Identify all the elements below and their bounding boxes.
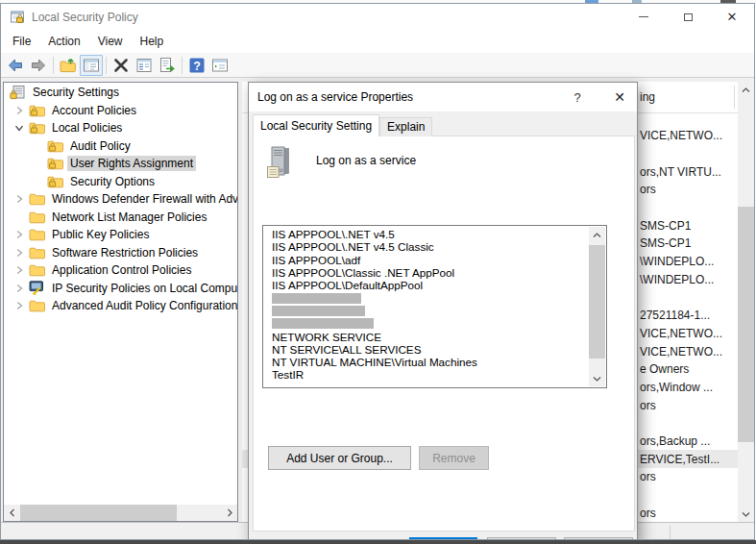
chevron-right-icon[interactable] — [10, 301, 29, 310]
tree-item-security-settings[interactable]: Security Settings — [4, 84, 237, 102]
folder-lock-icon — [29, 103, 45, 117]
tree: Security SettingsAccount PoliciesLocal P… — [4, 84, 237, 315]
scroll-down-icon[interactable] — [589, 370, 605, 386]
security-setting-fragment: ors,NT VIRTU... — [640, 165, 721, 179]
redacted-bar — [272, 293, 361, 304]
member-row-redacted[interactable] — [264, 317, 589, 330]
window-titlebar[interactable]: Local Security Policy ✕ — [1, 4, 754, 30]
tab-explain[interactable]: Explain — [379, 117, 432, 136]
tree-item-label: User Rights Assignment — [67, 156, 196, 171]
security-setting-fragment: ors — [640, 470, 656, 483]
tree-item-network-list-manager-policies[interactable]: Network List Manager Policies — [4, 209, 237, 227]
artifact-speck — [720, 0, 736, 3]
properties-icon[interactable] — [133, 55, 156, 76]
dialog-help-button[interactable]: ? — [561, 83, 594, 111]
menu-help[interactable]: Help — [132, 32, 173, 51]
chevron-right-icon[interactable] — [10, 230, 29, 239]
security-setting-fragment: VICE,NETWO... — [640, 327, 722, 340]
scrollbar-thumb[interactable] — [589, 245, 605, 359]
tree-item-advanced-audit-policy-configuration[interactable]: Advanced Audit Policy Configuration — [4, 297, 237, 315]
tree-item-windows-defender-firewall-with-adva[interactable]: Windows Defender Firewall with Adva — [4, 190, 237, 209]
tree-item-label: Audit Policy — [67, 138, 134, 154]
close-button[interactable]: ✕ — [710, 4, 754, 30]
tree-item-software-restriction-policies[interactable]: Software Restriction Policies — [4, 244, 237, 262]
new-window-icon[interactable] — [208, 55, 232, 76]
tree-item-local-policies[interactable]: Local Policies — [4, 119, 237, 137]
scroll-right-icon[interactable] — [221, 505, 237, 521]
scrollbar-thumb[interactable] — [738, 207, 754, 442]
remove-button[interactable]: Remove — [419, 446, 489, 470]
tree-item-label: Public Key Policies — [49, 227, 152, 242]
tree-item-security-options[interactable]: Security Options — [4, 173, 237, 191]
delete-icon[interactable] — [110, 55, 133, 76]
scroll-down-icon[interactable] — [738, 506, 754, 522]
toolbar-separator — [106, 57, 107, 74]
member-row[interactable]: TestIR — [264, 368, 589, 381]
member-row[interactable]: IIS APPPOOL\adf — [264, 254, 589, 266]
member-name: IIS APPPOOL\.NET v4.5 — [272, 228, 395, 240]
tree-item-label: Advanced Audit Policy Configuration — [49, 298, 238, 313]
menu-file[interactable]: File — [4, 32, 39, 51]
tab-local-security-setting[interactable]: Local Security Setting — [253, 114, 379, 136]
help-icon[interactable]: ? — [185, 55, 208, 76]
console-tree-icon[interactable] — [80, 55, 103, 76]
listbox-scrollbar[interactable] — [589, 227, 605, 386]
up-folder-icon[interactable] — [57, 55, 80, 76]
member-row-redacted[interactable] — [264, 291, 589, 304]
redacted-bar — [272, 306, 365, 316]
member-row[interactable]: IIS APPPOOL\Classic .NET AppPool — [264, 266, 589, 279]
chevron-right-icon[interactable] — [10, 194, 29, 204]
member-name: IIS APPPOOL\.NET v4.5 Classic — [272, 240, 434, 253]
scroll-up-icon[interactable] — [589, 227, 605, 243]
member-row[interactable]: NT SERVICE\ALL SERVICES — [264, 343, 589, 356]
tree-item-label: Security Options — [67, 174, 158, 189]
tree-horizontal-scrollbar[interactable] — [4, 505, 237, 521]
security-setting-fragment: ors — [640, 183, 656, 196]
minimize-button[interactable] — [622, 4, 666, 30]
column-divider[interactable] — [734, 86, 735, 109]
member-row[interactable]: NETWORK SERVICE — [264, 330, 589, 342]
scroll-up-icon[interactable] — [738, 82, 754, 98]
menu-action[interactable]: Action — [39, 32, 88, 51]
member-list: IIS APPPOOL\.NET v4.5IIS APPPOOL\.NET v4… — [264, 228, 589, 386]
taskbar-sliver — [0, 540, 756, 544]
folder-icon — [29, 210, 45, 224]
screen: Local Security Policy ✕ FileActionViewHe… — [0, 0, 756, 544]
tab-row: Local Security SettingExplain — [253, 114, 432, 136]
dialog-close-button[interactable]: ✕ — [602, 83, 637, 111]
chevron-right-icon[interactable] — [10, 265, 29, 275]
chevron-down-icon[interactable] — [10, 123, 29, 133]
tree-item-account-policies[interactable]: Account Policies — [4, 102, 237, 120]
chevron-right-icon[interactable] — [10, 284, 29, 293]
security-setting-column-header-fragment[interactable]: ing — [640, 90, 655, 104]
scrollbar-thumb[interactable] — [20, 505, 177, 521]
member-row[interactable]: NT VIRTUAL MACHINE\Virtual Machines — [264, 356, 589, 368]
members-listbox[interactable]: IIS APPPOOL\.NET v4.5IIS APPPOOL\.NET v4… — [262, 225, 607, 388]
maximize-button[interactable] — [666, 4, 710, 30]
maximize-icon — [684, 13, 693, 21]
tree-item-label: Software Restriction Policies — [49, 245, 201, 260]
back-icon[interactable] — [4, 55, 27, 76]
member-row[interactable]: IIS APPPOOL\DefaultAppPool — [264, 279, 589, 291]
tree-item-label: Windows Defender Firewall with Adva — [49, 191, 238, 207]
tree-item-public-key-policies[interactable]: Public Key Policies — [4, 226, 237, 244]
minimize-icon — [639, 16, 648, 17]
tree-item-application-control-policies[interactable]: Application Control Policies — [4, 261, 237, 280]
scroll-left-icon[interactable] — [4, 505, 20, 521]
chevron-right-icon[interactable] — [10, 248, 29, 258]
member-row[interactable]: IIS APPPOOL\.NET v4.5 — [264, 228, 589, 240]
member-row-redacted[interactable] — [264, 305, 589, 317]
folder-lock-icon — [29, 121, 45, 136]
list-vertical-scrollbar[interactable] — [738, 82, 754, 522]
tree-item-audit-policy[interactable]: Audit Policy — [4, 137, 237, 156]
member-row[interactable]: IIS APPPOOL\.NET v4.5 Classic — [264, 240, 589, 253]
chevron-right-icon[interactable] — [10, 106, 29, 115]
forward-icon[interactable] — [27, 55, 50, 76]
tree-item-label: Local Policies — [49, 120, 125, 136]
tree-item-user-rights-assignment[interactable]: User Rights Assignment — [4, 155, 237, 173]
export-list-icon[interactable] — [156, 55, 179, 76]
add-user-or-group-button[interactable]: Add User or Group... — [268, 446, 411, 470]
tree-item-ip-security-policies-on-local-compute[interactable]: IP Security Policies on Local Compute — [4, 280, 237, 298]
security-setting-fragment: ors,Window ... — [640, 381, 713, 394]
menu-view[interactable]: View — [89, 32, 132, 51]
